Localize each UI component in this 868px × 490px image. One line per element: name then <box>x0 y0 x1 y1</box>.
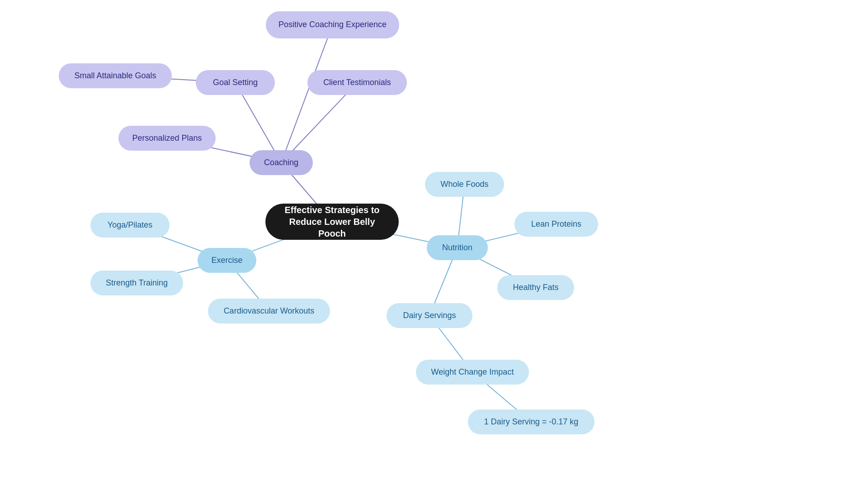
personalized-plans-label: Personalized Plans <box>132 133 202 143</box>
healthy-fats-node[interactable]: Healthy Fats <box>497 275 574 300</box>
positive-coaching-node[interactable]: Positive Coaching Experience <box>266 11 399 38</box>
cardiovascular-workouts-node[interactable]: Cardiovascular Workouts <box>208 299 330 323</box>
client-testimonials-label: Client Testimonials <box>323 77 391 88</box>
small-attainable-goals-label: Small Attainable Goals <box>74 71 156 81</box>
whole-foods-label: Whole Foods <box>440 179 488 190</box>
nutrition-node[interactable]: Nutrition <box>427 235 488 260</box>
dairy-servings-label: Dairy Servings <box>403 310 456 321</box>
center-node: Effective Strategies to Reduce Lower Bel… <box>265 204 399 240</box>
dairy-servings-node[interactable]: Dairy Servings <box>387 303 472 328</box>
weight-change-impact-node[interactable]: Weight Change Impact <box>416 360 529 385</box>
yoga-pilates-label: Yoga/Pilates <box>108 220 152 230</box>
positive-coaching-label: Positive Coaching Experience <box>278 19 387 30</box>
personalized-plans-node[interactable]: Personalized Plans <box>118 126 216 151</box>
lean-proteins-label: Lean Proteins <box>531 219 581 229</box>
lean-proteins-node[interactable]: Lean Proteins <box>514 212 598 237</box>
whole-foods-node[interactable]: Whole Foods <box>425 172 504 197</box>
goal-setting-label: Goal Setting <box>213 77 258 88</box>
exercise-node[interactable]: Exercise <box>198 248 256 273</box>
yoga-pilates-node[interactable]: Yoga/Pilates <box>90 213 170 238</box>
one-dairy-serving-label: 1 Dairy Serving = -0.17 kg <box>484 417 579 427</box>
weight-change-impact-label: Weight Change Impact <box>431 367 514 377</box>
coaching-label: Coaching <box>264 157 298 168</box>
coaching-node[interactable]: Coaching <box>250 150 313 175</box>
healthy-fats-label: Healthy Fats <box>513 282 558 293</box>
goal-setting-node[interactable]: Goal Setting <box>196 70 275 95</box>
small-attainable-goals-node[interactable]: Small Attainable Goals <box>59 63 172 88</box>
one-dairy-serving-node[interactable]: 1 Dairy Serving = -0.17 kg <box>468 409 594 434</box>
strength-training-node[interactable]: Strength Training <box>90 271 183 295</box>
exercise-label: Exercise <box>211 255 242 266</box>
nutrition-label: Nutrition <box>442 243 472 253</box>
client-testimonials-node[interactable]: Client Testimonials <box>307 70 407 95</box>
cardiovascular-workouts-label: Cardiovascular Workouts <box>224 306 315 316</box>
center-label: Effective Strategies to Reduce Lower Bel… <box>276 204 388 239</box>
strength-training-label: Strength Training <box>106 278 168 288</box>
